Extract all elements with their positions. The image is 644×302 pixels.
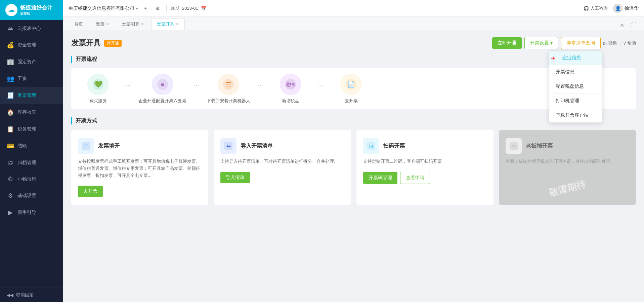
topbar-right: 🎧 人工咨询 👤 徐泽华: [584, 4, 639, 13]
open-invoice-label: 去开票: [345, 98, 358, 104]
sidebar-item-xiaochang[interactable]: © 小畅报销: [0, 171, 63, 187]
dropdown-item-company-info[interactable]: ➔ 企业信息: [549, 51, 602, 65]
import-card-header: ⬅ 导入开票清单: [220, 138, 344, 154]
buy-service-icon: 💚: [87, 74, 109, 95]
fund-icon: 💰: [7, 41, 14, 49]
tab-invoice-open[interactable]: 发票开具 ✕: [151, 18, 185, 30]
dropdown-item-printer[interactable]: 打印机管理: [549, 94, 602, 108]
boss-desc: 查看老板端小程序提交的开票申请，并作出相应的处理。: [506, 158, 629, 165]
import-title: 导入开票清单: [241, 143, 273, 150]
boss-card-header: ≡ 老板端开票: [506, 138, 629, 154]
sidebar-item-invoice[interactable]: 🧾 发票管理: [0, 87, 63, 104]
company-info-label: 企业信息: [556, 55, 581, 60]
flow-arrow-4: ···: [311, 81, 331, 97]
pin-icon: ◀◀: [7, 293, 13, 298]
sidebar-item-fund[interactable]: 💰 资金管理: [0, 37, 63, 53]
question-icon: ?: [624, 41, 626, 46]
dropdown-arrow-icon: ➔: [551, 55, 555, 61]
flow-step-tax: 税⊕ 新增税盘: [270, 74, 311, 104]
tab-invoice-calc[interactable]: 发票测算 ✕: [116, 18, 150, 30]
scan-desc: 支持定制开票二维码，客户端可扫码开票: [363, 158, 487, 165]
download-label: 下载并安装开票机器人: [207, 98, 250, 104]
close-tab-btn[interactable]: ✕: [617, 21, 627, 30]
sidebar-label-inventory: 库存核算: [17, 109, 36, 115]
fill-card-header: ≡ 发票填开: [78, 138, 202, 154]
tab-invoice[interactable]: 发票 ✕: [90, 18, 115, 30]
sidebar-item-tax[interactable]: 📋 税务管理: [0, 121, 63, 138]
tab-invoice-close[interactable]: ✕: [106, 22, 109, 27]
logo: ☁ 畅捷通好会计 旗舰版: [0, 0, 63, 20]
settings-label: 开票设置: [530, 40, 549, 46]
video-button[interactable]: ▷ 视频: [603, 40, 617, 46]
dropdown-item-invoice-info[interactable]: 开票信息: [549, 65, 602, 79]
import-icon: ⬅: [220, 138, 237, 154]
svg-text:📄: 📄: [347, 81, 355, 88]
add-tax-label: 新增税盘: [282, 98, 299, 104]
import-desc: 支持导入待开票清单，可对待开票清单进行拆分、合并处理。: [220, 158, 344, 165]
settings-button[interactable]: ⚙: [153, 4, 162, 13]
user-info[interactable]: 👤 徐泽华: [613, 4, 639, 13]
page-title: 发票开具 待开通: [71, 38, 122, 48]
import-list-button[interactable]: 导入清单: [220, 172, 250, 183]
flow-step-buy: 💚 购买服务: [78, 74, 118, 104]
anomaly-button[interactable]: 异常清单查询: [561, 37, 601, 49]
sidebar-label-archive: 归档管理: [17, 160, 36, 166]
company-selector[interactable]: 重庆畅捷交通信息咨询有限公司 ▾: [69, 5, 138, 11]
inventory-icon: 🏠: [7, 109, 14, 116]
svg-text:⊡: ⊡: [369, 144, 373, 149]
sidebar-item-fixed-asset[interactable]: 🏢 固定资产: [0, 53, 63, 70]
consulting-button[interactable]: 🎧 人工咨询: [584, 5, 608, 11]
activate-button[interactable]: 立即开通: [492, 37, 522, 49]
salary-icon: 👥: [7, 75, 14, 82]
fill-title: 发票填开: [98, 143, 120, 150]
flow-arrow-2: ···: [186, 81, 207, 97]
tab-invoice-label: 发票: [96, 21, 104, 27]
invoice-info-label: 开票信息: [556, 69, 574, 74]
tab-invoice-open-close[interactable]: ✕: [176, 22, 179, 27]
view-apply-button[interactable]: 查看申请: [400, 172, 430, 184]
help-button[interactable]: ? 帮助: [624, 40, 636, 46]
sidebar-cancel-pin[interactable]: ◀◀ 取消固定: [0, 288, 63, 302]
flow-step-open: 📄 去开票: [331, 74, 371, 104]
consulting-label: 人工咨询: [590, 5, 608, 11]
sidebar-item-settle[interactable]: 💳 结账: [0, 138, 63, 154]
sidebar-item-guide[interactable]: ▶ 新手引导: [0, 204, 63, 221]
svg-text:☰: ☰: [226, 81, 231, 88]
sidebar-item-basic-settings[interactable]: ⚙ 基础设置: [0, 187, 63, 204]
status-badge: 待开通: [104, 40, 122, 47]
calendar-icon[interactable]: 📅: [201, 6, 206, 11]
logo-title: 畅捷通好会计: [20, 4, 52, 11]
settings-dropdown-button[interactable]: 开票设置 ▾: [524, 37, 558, 49]
dropdown-item-download-client[interactable]: 下载开票客户端: [549, 108, 602, 122]
sidebar-item-inventory[interactable]: 🏠 库存核算: [0, 104, 63, 121]
tab-invoice-calc-label: 发票测算: [122, 21, 139, 27]
cancel-pin-label: 取消固定: [16, 292, 34, 298]
qr-manage-button[interactable]: 开票码管理: [363, 172, 397, 184]
billing-methods-section: 开票方式 ≡ 发票填开 支持按照发票样式手工填开发票；可开具增值税电子普通发票、…: [71, 117, 636, 205]
import-actions: 导入清单: [220, 172, 344, 183]
sidebar: ☁ 畅捷通好会计 旗舰版 ⛰ 云报表中心 💰 资金管理 🏢 固定资产 👥 工资 …: [0, 0, 63, 302]
fill-go-button[interactable]: 去开票: [78, 186, 103, 197]
sidebar-item-archive[interactable]: 🗂 归档管理: [0, 154, 63, 171]
tab-invoice-calc-close[interactable]: ✕: [141, 22, 144, 27]
download-icon: ☰: [218, 74, 239, 95]
billing-card-fill: ≡ 发票填开 支持按照发票样式手工填开发票；可开具增值税电子普通发票、增值税普通…: [71, 130, 208, 205]
settings-dropdown-menu: ➔ 企业信息 开票信息 配置税盘信息 打印机管理 下载开票客户端: [549, 50, 602, 123]
tab-invoice-open-label: 发票开具: [157, 21, 174, 27]
content-area: 发票开具 待开通 立即开通 开票设置 ▾ 异常清单查询 ▷ 视频 | ? 帮助: [63, 30, 644, 302]
sidebar-item-cloud-report[interactable]: ⛰ 云报表中心: [0, 20, 63, 37]
billing-card-boss: ≡ 老板端开票 查看老板端小程序提交的开票申请，并作出相应的处理。 敬请期待: [499, 130, 636, 205]
tax-config-label: 配置税盘信息: [556, 83, 584, 89]
add-company-button[interactable]: ＋: [141, 4, 150, 13]
sidebar-item-salary[interactable]: 👥 工资: [0, 70, 63, 87]
config-label: 企业开通配置开票六要素: [138, 98, 186, 104]
flow-arrow-3: ···: [250, 81, 270, 97]
expand-btn[interactable]: ⛶: [629, 21, 639, 30]
video-label: 视频: [608, 40, 617, 46]
sidebar-label-fund: 资金管理: [17, 42, 36, 48]
config-icon: ≡: [152, 74, 173, 95]
download-client-label: 下载开票客户端: [556, 112, 589, 118]
dropdown-item-tax-config[interactable]: 配置税盘信息: [549, 79, 602, 94]
chevron-down-icon: ▾: [550, 40, 553, 46]
tab-home[interactable]: 首页: [69, 18, 89, 30]
